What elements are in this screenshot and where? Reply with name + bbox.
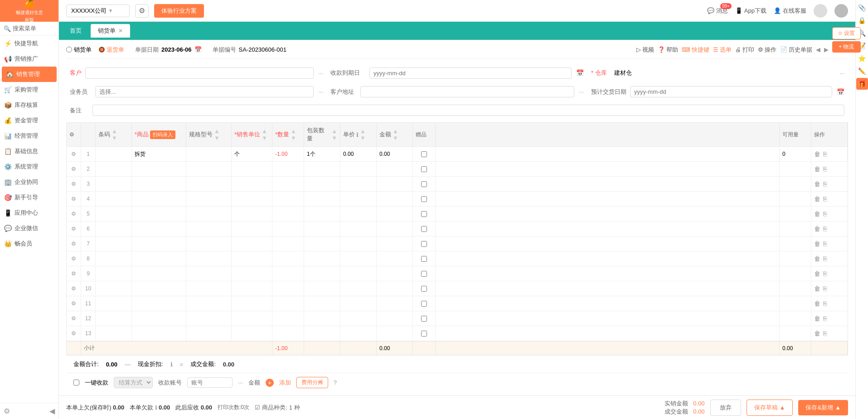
copy-icon-10[interactable]: ⎘ <box>823 285 827 292</box>
td-spec-3[interactable] <box>186 177 232 191</box>
td-product-1[interactable]: 拆货 <box>132 147 186 161</box>
sidebar-collapse-icon[interactable]: ◀ <box>49 407 55 415</box>
delete-icon-13[interactable]: 🗑 <box>814 330 820 337</box>
td-qty-9[interactable] <box>272 266 304 281</box>
td-settings-7[interactable]: ⚙ <box>67 236 81 251</box>
product-kind[interactable]: ☑ 商品种类: 1 种 <box>255 404 300 412</box>
abandon-button[interactable]: 放弃 <box>710 400 741 416</box>
td-spec-1[interactable] <box>186 147 232 161</box>
sidebar-item-app-center[interactable]: 📱 应用中心 <box>0 205 58 221</box>
copy-icon-9[interactable]: ⎘ <box>823 270 827 277</box>
td-remark-6[interactable] <box>436 222 780 236</box>
td-pkg-12[interactable] <box>304 311 340 326</box>
company-selector[interactable]: XXXXXX公司 ▼ <box>66 5 130 17</box>
td-settings-11[interactable]: ⚙ <box>67 296 81 311</box>
td-unit-9[interactable] <box>232 266 272 281</box>
gift-checkbox-1[interactable] <box>421 151 427 157</box>
tab-close-icon[interactable]: ✕ <box>118 28 123 34</box>
print-btn[interactable]: 🖨 打印 <box>735 46 754 54</box>
td-unit-2[interactable] <box>232 162 272 176</box>
td-gift-8[interactable] <box>413 251 436 266</box>
td-price-6[interactable] <box>340 222 377 236</box>
td-amount-3[interactable] <box>377 177 413 191</box>
sidebar-item-enterprise[interactable]: 🏢 企业协同 <box>0 174 58 190</box>
td-product-2[interactable] <box>132 162 186 176</box>
delete-icon-9[interactable]: 🗑 <box>814 270 820 277</box>
td-gift-5[interactable] <box>413 207 436 221</box>
td-settings-5[interactable]: ⚙ <box>67 207 81 221</box>
td-pkg-9[interactable] <box>304 266 340 281</box>
td-remark-13[interactable] <box>436 326 780 341</box>
online-service-button[interactable]: 👤 在线客服 <box>774 7 806 15</box>
right-panel-btn-6[interactable]: ✏️ <box>856 65 868 77</box>
td-qty-8[interactable] <box>272 251 304 266</box>
logistics-button[interactable]: + 物流 <box>832 41 855 53</box>
copy-icon-7[interactable]: ⎘ <box>823 240 827 247</box>
customer-input[interactable] <box>85 67 314 79</box>
td-remark-11[interactable] <box>436 296 780 311</box>
delete-icon-4[interactable]: 🗑 <box>814 195 820 202</box>
td-pkg-3[interactable] <box>304 177 340 191</box>
delete-icon-2[interactable]: 🗑 <box>814 165 820 173</box>
delete-icon-7[interactable]: 🗑 <box>814 240 820 247</box>
settings-button[interactable]: ⚙ <box>135 4 149 18</box>
sidebar-settings-icon[interactable]: ⚙ <box>4 407 10 415</box>
sidebar-item-weixin[interactable]: 💬 企业微信 <box>0 221 58 236</box>
td-price-2[interactable] <box>340 162 377 176</box>
gift-checkbox-13[interactable] <box>421 331 427 337</box>
account-input[interactable] <box>187 377 233 388</box>
right-panel-btn-7[interactable]: 🎁 <box>856 78 868 90</box>
sidebar-item-quick-nav[interactable]: ⚡ 快捷导航 <box>0 36 58 51</box>
expense-split-btn[interactable]: 费用分摊 <box>296 377 328 388</box>
delete-icon-5[interactable]: 🗑 <box>814 210 820 217</box>
td-price-11[interactable] <box>340 296 377 311</box>
td-qty-5[interactable] <box>272 207 304 221</box>
warehouse-dots-icon[interactable]: ··· <box>839 70 844 77</box>
delete-icon-3[interactable]: 🗑 <box>814 180 820 188</box>
gift-checkbox-6[interactable] <box>421 226 427 232</box>
td-unit-10[interactable] <box>232 281 272 296</box>
copy-icon-6[interactable]: ⎘ <box>823 225 827 232</box>
td-product-3[interactable] <box>132 177 186 191</box>
tab-home[interactable]: 首页 <box>63 24 89 38</box>
td-pkg-1[interactable]: 1个 <box>304 147 340 161</box>
right-panel-btn-2[interactable]: 🔒 <box>856 14 868 26</box>
td-product-11[interactable] <box>132 296 186 311</box>
sidebar-item-marketing[interactable]: 📢 营销推广 <box>0 51 58 67</box>
td-barcode-4[interactable] <box>96 192 132 206</box>
td-amount-9[interactable] <box>377 266 413 281</box>
td-gift-3[interactable] <box>413 177 436 191</box>
td-barcode-13[interactable] <box>96 326 132 341</box>
td-unit-8[interactable] <box>232 251 272 266</box>
td-qty-1[interactable]: -1.00 <box>272 147 304 161</box>
td-unit-12[interactable] <box>232 311 272 326</box>
customer-dots-icon[interactable]: ··· <box>318 70 323 77</box>
copy-icon-12[interactable]: ⎘ <box>823 315 827 322</box>
td-remark-9[interactable] <box>436 266 780 281</box>
td-amount-12[interactable] <box>377 311 413 326</box>
td-pkg-4[interactable] <box>304 192 340 206</box>
td-gift-1[interactable] <box>413 147 436 161</box>
td-price-9[interactable] <box>340 266 377 281</box>
td-price-13[interactable] <box>340 326 377 341</box>
td-amount-2[interactable] <box>377 162 413 176</box>
message-button[interactable]: 💬 消息 99+ <box>707 7 728 15</box>
td-unit-13[interactable] <box>232 326 272 341</box>
one-click-pay-checkbox[interactable] <box>73 380 79 385</box>
td-unit-1[interactable]: 个 <box>232 147 272 161</box>
right-panel-btn-5[interactable]: ⭐ <box>856 53 868 64</box>
td-product-12[interactable] <box>132 311 186 326</box>
radio-return-input[interactable] <box>99 47 105 53</box>
history-btn[interactable]: 📄 历史单据 <box>780 46 812 54</box>
gift-checkbox-9[interactable] <box>421 271 427 277</box>
total-owe-icon[interactable]: ℹ <box>155 404 157 411</box>
td-spec-2[interactable] <box>186 162 232 176</box>
sidebar-item-system[interactable]: ⚙️ 系统管理 <box>0 159 58 174</box>
td-unit-5[interactable] <box>232 207 272 221</box>
td-remark-8[interactable] <box>436 251 780 266</box>
copy-icon-2[interactable]: ⎘ <box>823 165 827 173</box>
sidebar-item-sales[interactable]: 🏠 销售管理 <box>2 67 57 82</box>
scan-button[interactable]: 扫码录入 <box>150 130 175 139</box>
gift-checkbox-8[interactable] <box>421 256 427 262</box>
td-amount-13[interactable] <box>377 326 413 341</box>
